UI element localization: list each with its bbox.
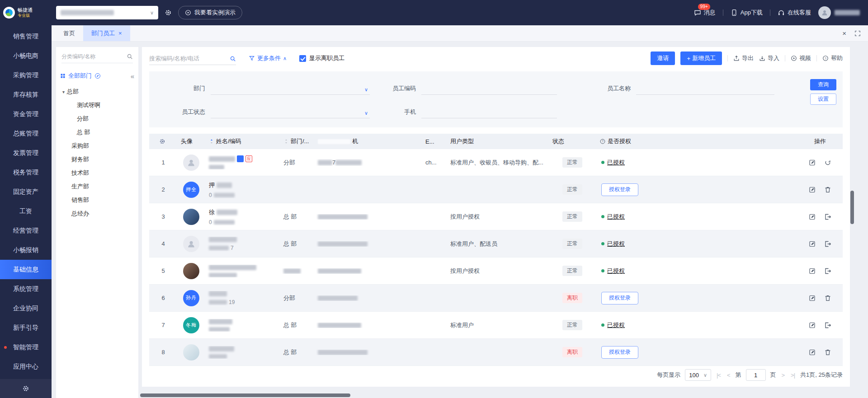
- per-page-select[interactable]: 100 ∨: [685, 369, 711, 381]
- sidebar-item-8[interactable]: 固定资产: [0, 182, 52, 201]
- tree-item-1[interactable]: 测试呀啊: [56, 98, 138, 112]
- sidebar-item-5[interactable]: 总账管理: [0, 124, 52, 143]
- emp-name-field[interactable]: [636, 83, 774, 95]
- table-row[interactable]: 7冬梅总 部标准用户正常已授权: [149, 312, 843, 339]
- search-icon[interactable]: [230, 56, 236, 62]
- emp-name-input[interactable]: [638, 86, 773, 93]
- sidebar-item-0[interactable]: 销售管理: [0, 27, 52, 46]
- table-row[interactable]: 1应分部7ch...标准用户、收银员、移动导购、配...正常已授权: [149, 149, 843, 176]
- column-header-settings[interactable]: [149, 138, 177, 145]
- sidebar-item-11[interactable]: 小畅报销: [0, 240, 52, 260]
- show-resigned-toggle[interactable]: 显示离职员工: [299, 54, 344, 62]
- vertical-scrollbar[interactable]: [850, 191, 854, 224]
- authorized-link[interactable]: 已授权: [607, 213, 625, 221]
- tree-item-4[interactable]: 采购部: [56, 139, 138, 153]
- table-row[interactable]: 47总 部标准用户、配送员正常已授权: [149, 230, 843, 258]
- name-cell[interactable]: [205, 265, 280, 277]
- table-row[interactable]: 6孙丹19分部离职授权登录: [149, 285, 843, 312]
- authorize-login-button[interactable]: 授权登录: [601, 292, 638, 304]
- sidebar-item-16[interactable]: 智能管理: [0, 337, 52, 357]
- tab-close-icon[interactable]: ×: [118, 30, 122, 36]
- sidebar-item-1[interactable]: 小畅电商: [0, 46, 52, 66]
- name-cell[interactable]: 7: [205, 237, 280, 251]
- sidebar-item-3[interactable]: 库存核算: [0, 85, 52, 104]
- sidebar-item-15[interactable]: 新手引导: [0, 318, 52, 337]
- authorized-link[interactable]: 已授权: [607, 321, 625, 329]
- first-page-button[interactable]: |<: [716, 372, 722, 379]
- tree-item-6[interactable]: 技术部: [56, 166, 138, 180]
- edit-button[interactable]: [809, 322, 816, 329]
- tab-department-employees[interactable]: 部门员工 ×: [83, 25, 130, 41]
- authorized-link[interactable]: 已授权: [607, 159, 625, 167]
- sidebar-item-14[interactable]: 企业协同: [0, 299, 52, 318]
- sync-button[interactable]: [824, 159, 831, 166]
- tree-item-3[interactable]: 总 部: [56, 126, 138, 139]
- settings-button[interactable]: 设置: [810, 94, 836, 105]
- emp-code-field[interactable]: [421, 83, 557, 95]
- edit-button[interactable]: [809, 267, 816, 275]
- edit-button[interactable]: [809, 186, 816, 193]
- emp-code-input[interactable]: [423, 86, 555, 93]
- sidebar-item-10[interactable]: 经营管理: [0, 221, 52, 240]
- edit-pencil-icon[interactable]: [94, 73, 101, 79]
- sidebar-settings-button[interactable]: [0, 379, 52, 398]
- authorized-link[interactable]: 已授权: [607, 267, 625, 275]
- fullscreen-icon[interactable]: [854, 30, 861, 37]
- authorize-login-button[interactable]: 授权登录: [601, 346, 638, 359]
- dept-select[interactable]: ∨: [211, 83, 370, 95]
- add-employee-button[interactable]: +新增员工: [680, 52, 722, 65]
- user-menu[interactable]: [818, 6, 860, 19]
- trash-button[interactable]: [824, 349, 831, 356]
- search-icon[interactable]: [127, 53, 133, 60]
- sidebar-item-4[interactable]: 资金管理: [0, 104, 52, 124]
- name-cell[interactable]: [205, 346, 280, 359]
- tree-item-0[interactable]: ▾总部: [56, 85, 138, 98]
- sidebar-item-12[interactable]: 基础信息: [0, 260, 52, 279]
- table-row[interactable]: 3徐0总 部按用户授权正常已授权: [149, 203, 843, 230]
- last-page-button[interactable]: >|: [790, 372, 796, 379]
- tree-search-input[interactable]: [61, 53, 125, 60]
- name-cell[interactable]: 19: [205, 291, 280, 305]
- caret-down-icon[interactable]: ▾: [62, 89, 65, 94]
- trash-button[interactable]: [824, 186, 831, 193]
- name-cell[interactable]: [205, 319, 280, 332]
- collapse-panel-button[interactable]: «: [131, 72, 134, 80]
- authorize-login-button[interactable]: 授权登录: [601, 183, 638, 196]
- edit-button[interactable]: [809, 213, 816, 220]
- column-header-name[interactable]: 姓名/编码: [205, 137, 280, 145]
- sidebar-item-2[interactable]: 采购管理: [0, 66, 52, 85]
- prev-page-button[interactable]: <: [726, 372, 731, 379]
- edit-button[interactable]: [809, 240, 816, 248]
- authorized-link[interactable]: 已授权: [607, 240, 625, 248]
- table-row[interactable]: 8总 部离职授权登录: [149, 339, 843, 366]
- sidebar-item-6[interactable]: 发票管理: [0, 143, 52, 163]
- tab-home[interactable]: 首页: [55, 25, 83, 41]
- video-button[interactable]: 视频: [791, 54, 811, 62]
- table-row[interactable]: 5按用户授权正常已授权: [149, 258, 843, 285]
- tree-item-5[interactable]: 财务部: [56, 153, 138, 166]
- emp-status-select[interactable]: ∨: [211, 107, 370, 118]
- name-cell[interactable]: 应: [205, 155, 280, 169]
- phone-input[interactable]: [423, 109, 555, 116]
- sort-icon[interactable]: [209, 139, 214, 144]
- logout-button[interactable]: [824, 213, 831, 220]
- trash-button[interactable]: [824, 295, 831, 302]
- phone-field[interactable]: [421, 107, 557, 118]
- demo-link[interactable]: 我要看实例演示: [178, 6, 242, 19]
- horizontal-scrollbar[interactable]: [140, 393, 350, 397]
- logout-button[interactable]: [824, 240, 831, 248]
- table-row[interactable]: 2押全押0正常授权登录: [149, 176, 843, 203]
- name-cell[interactable]: 徐0: [205, 208, 280, 225]
- sidebar-item-17[interactable]: 应用中心: [0, 357, 52, 376]
- messages-button[interactable]: 99+ 消息: [694, 9, 716, 17]
- column-header-dept[interactable]: 部门/...: [280, 137, 314, 145]
- column-settings-gear-icon[interactable]: [159, 138, 165, 145]
- logout-button[interactable]: [824, 322, 831, 329]
- tree-item-2[interactable]: 分部: [56, 112, 138, 126]
- name-cell[interactable]: 押0: [205, 181, 280, 198]
- close-all-tabs-icon[interactable]: ×: [842, 30, 846, 37]
- logout-button[interactable]: [824, 267, 831, 275]
- app-download-button[interactable]: App下载: [731, 9, 763, 17]
- company-select[interactable]: ∨: [56, 6, 158, 19]
- checkbox-checked-icon[interactable]: [299, 55, 306, 62]
